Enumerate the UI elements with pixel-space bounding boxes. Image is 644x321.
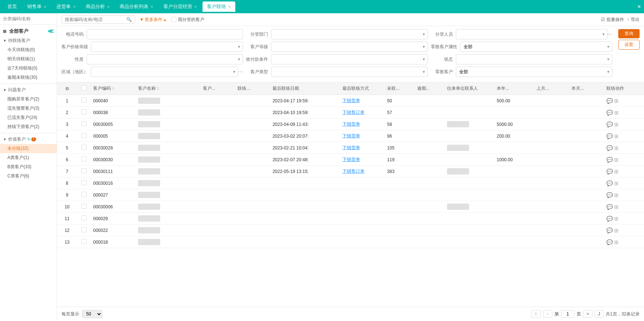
tab-analysis[interactable]: 商品分析 × [81, 1, 114, 12]
cell-check[interactable] [77, 201, 91, 213]
grid-action-icon[interactable]: ⊞ [614, 145, 619, 151]
grid-action-icon[interactable]: ⊞ [614, 192, 619, 198]
last-page-btn[interactable]: J [595, 310, 603, 318]
field-retail-attr-select[interactable]: 全部 [460, 42, 612, 52]
chat-icon[interactable]: 💬 [606, 133, 613, 139]
close-window-icon[interactable]: × [637, 3, 641, 11]
query-button[interactable]: 查询 [618, 29, 640, 38]
sidebar-item-c-class[interactable]: C类客户(6) [0, 172, 57, 181]
row-checkbox[interactable] [81, 98, 87, 103]
last-way-link[interactable]: 下销售订单 [342, 169, 365, 174]
tab-analysis-list-close[interactable]: × [151, 4, 153, 9]
next-page-btn[interactable]: > [583, 310, 592, 318]
field-person-more-icon[interactable]: ··· [608, 31, 612, 37]
row-checkbox[interactable] [81, 121, 87, 126]
row-checkbox[interactable] [81, 227, 87, 232]
field-person-select[interactable] [456, 29, 608, 39]
chat-icon[interactable]: 💬 [606, 192, 613, 198]
my-customers-checkbox[interactable] [171, 17, 176, 22]
export-btn[interactable]: ↑ 导出 [627, 17, 640, 23]
row-checkbox[interactable] [81, 156, 87, 162]
sidebar-item-churned[interactable]: 已流失客户(24) [0, 113, 57, 122]
row-checkbox[interactable] [81, 180, 87, 185]
field-price-level-select[interactable] [91, 42, 243, 52]
last-way-link[interactable]: 下销货单 [342, 157, 360, 162]
tab-analysis-list[interactable]: 商品分析列表 × [115, 1, 157, 12]
field-phone-input[interactable] [87, 29, 243, 39]
row-checkbox[interactable] [81, 192, 87, 197]
field-level-select[interactable] [271, 42, 427, 52]
row-checkbox[interactable] [81, 109, 87, 114]
chat-icon[interactable]: 💬 [606, 98, 613, 104]
cell-check[interactable] [77, 154, 91, 166]
cell-check[interactable] [77, 119, 91, 130]
row-checkbox[interactable] [81, 204, 87, 209]
chat-icon[interactable]: 💬 [606, 121, 613, 127]
last-way-link[interactable]: 下销售订单 [342, 110, 365, 115]
first-page-btn[interactable]: K [531, 310, 541, 318]
field-region-select[interactable] [91, 67, 238, 77]
tab-purchase[interactable]: 进货单 × [52, 1, 80, 12]
grid-action-icon[interactable]: ⊞ [614, 110, 619, 116]
collapse-sidebar-icon[interactable]: ≪ [47, 28, 54, 35]
sidebar-item-churn-warning[interactable]: 流失预警客户(3) [0, 104, 57, 113]
field-region-more-icon[interactable]: ··· [238, 69, 243, 75]
sidebar-group-value[interactable]: ▼ 价值客户 ↻ ! [0, 135, 57, 144]
header-checkbox[interactable] [81, 85, 87, 91]
field-retail-select[interactable]: 全部 [456, 67, 612, 77]
all-customers-header[interactable]: ⊞ 全部客户 ≪ [0, 25, 57, 36]
tab-customer-tier-close[interactable]: × [194, 4, 197, 9]
last-way-link[interactable]: 下销货单 [342, 145, 360, 150]
grid-action-icon[interactable]: ⊞ [614, 133, 619, 139]
row-checkbox[interactable] [81, 215, 87, 221]
grid-action-icon[interactable]: ⊞ [614, 180, 619, 186]
th-code-sort-icon[interactable]: ⇅ [112, 87, 115, 91]
cell-check[interactable] [77, 177, 91, 189]
th-name-sort-icon[interactable]: ⇅ [156, 87, 159, 91]
grid-action-icon[interactable]: ⊞ [614, 169, 619, 174]
main-search-input[interactable] [65, 17, 125, 22]
cell-check[interactable] [77, 213, 91, 225]
row-checkbox[interactable] [81, 168, 87, 173]
last-way-link[interactable]: 下销货单 [342, 98, 360, 103]
prev-page-btn[interactable]: < [543, 310, 552, 318]
sidebar-item-overdue[interactable]: 逾期未联络(30) [0, 73, 57, 82]
sidebar-group-pending[interactable]: ▼ 待联络客户 [0, 36, 57, 45]
chat-icon[interactable]: 💬 [606, 216, 613, 222]
tab-analysis-close[interactable]: × [107, 4, 109, 9]
tab-customer-contact[interactable]: 客户联络 × [203, 1, 235, 12]
chat-icon[interactable]: 💬 [606, 169, 613, 174]
cell-check[interactable] [77, 95, 91, 107]
chat-icon[interactable]: 💬 [606, 157, 613, 163]
sidebar-item-hoarding[interactable]: 囤购异常客户(2) [0, 95, 57, 104]
tab-sales[interactable]: 销售单 × [23, 1, 50, 12]
batch-op-btn[interactable]: ☑ 批量操作 [601, 17, 624, 23]
tab-sales-close[interactable]: × [44, 4, 46, 9]
chat-icon[interactable]: 💬 [606, 110, 613, 116]
tab-purchase-close[interactable]: × [73, 4, 75, 9]
tab-customer-tier[interactable]: 客户分层经营 × [159, 1, 201, 12]
cell-check[interactable] [77, 107, 91, 119]
tab-customer-contact-close[interactable]: × [228, 4, 230, 9]
row-checkbox[interactable] [81, 133, 87, 138]
grid-action-icon[interactable]: ⊞ [614, 121, 619, 127]
chat-icon[interactable]: 💬 [606, 239, 613, 245]
th-gear[interactable]: ⚙ [57, 82, 77, 95]
tab-home[interactable]: 首页 [3, 1, 21, 12]
grid-action-icon[interactable]: ⊞ [614, 157, 619, 163]
sidebar-item-7days[interactable]: 近7天待联络(0) [0, 64, 57, 73]
row-checkbox[interactable] [81, 239, 87, 244]
sidebar-item-ungroup[interactable]: 未分组(32) [0, 144, 57, 153]
cell-check[interactable] [77, 225, 91, 236]
page-size-select[interactable]: 50 100 200 [82, 310, 102, 318]
sidebar-item-today[interactable]: 今天待联络(0) [0, 45, 57, 54]
grid-action-icon[interactable]: ⊞ [614, 239, 619, 245]
grid-action-icon[interactable]: ⊞ [614, 227, 619, 233]
chat-icon[interactable]: 💬 [606, 180, 613, 186]
sidebar-item-b-class[interactable]: B类客户(33) [0, 162, 57, 172]
sidebar-search-input[interactable] [3, 16, 57, 21]
cell-check[interactable] [77, 236, 91, 248]
field-payment-select[interactable] [271, 54, 427, 64]
sidebar-group-problem[interactable]: ▼ 问题客户 [0, 85, 57, 95]
chat-icon[interactable]: 💬 [606, 204, 613, 210]
